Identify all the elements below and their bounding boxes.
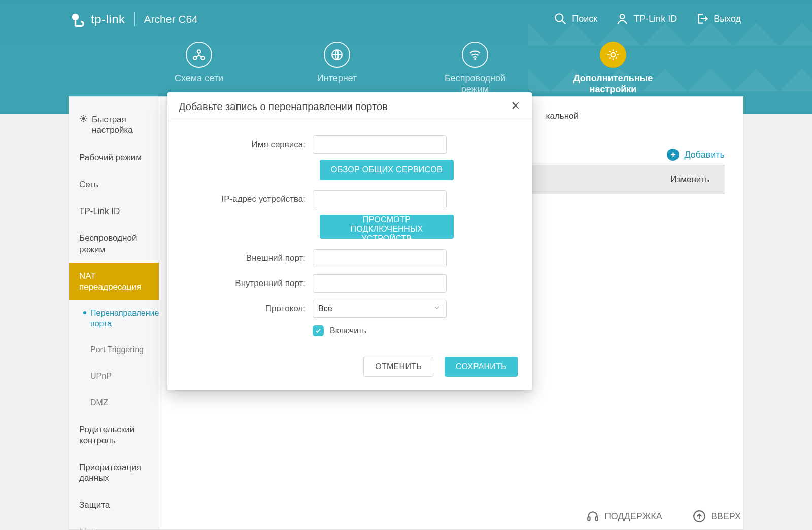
logout-icon — [695, 12, 708, 25]
logout-label: Выход — [714, 14, 741, 24]
input-device-ip[interactable] — [313, 190, 447, 208]
modal-body: Имя сервиса: ОБЗОР ОБЩИХ СЕРВИСОВ IP-адр… — [167, 121, 532, 347]
nav-wireless[interactable]: Беспроводной режим — [434, 42, 516, 95]
nav-label-0: Схема сети — [175, 73, 223, 84]
svg-point-1 — [555, 14, 563, 21]
label-external-port: Внешний порт: — [188, 253, 313, 263]
svg-point-3 — [620, 14, 625, 19]
brand-separator — [134, 12, 135, 26]
save-button[interactable]: СОХРАНИТЬ — [445, 357, 518, 377]
row-protocol: Протокол: Все — [188, 300, 512, 318]
close-icon — [511, 100, 521, 111]
brand-logo: tp-link — [69, 10, 125, 28]
search-icon — [554, 12, 567, 25]
port-forward-modal: Добавьте запись о перенаправлении портов… — [167, 92, 532, 390]
nav-network-map[interactable]: Схема сети — [158, 42, 240, 95]
nav-label-3: Дополнительные настройки — [573, 73, 653, 95]
nav-internet[interactable]: Интернет — [296, 42, 378, 95]
tplink-id-action[interactable]: TP-Link ID — [616, 12, 677, 25]
check-icon — [313, 325, 324, 336]
modal-title: Добавьте запись о перенаправлении портов — [179, 101, 388, 113]
row-enable: Включить — [188, 325, 512, 336]
tplink-id-label: TP-Link ID — [634, 14, 677, 24]
svg-point-8 — [475, 58, 476, 60]
input-service-name[interactable] — [313, 135, 447, 154]
search-action[interactable]: Поиск — [554, 12, 597, 25]
browse-services-button[interactable]: ОБЗОР ОБЩИХ СЕРВИСОВ — [320, 160, 454, 180]
enable-label: Включить — [330, 326, 366, 335]
svg-point-0 — [72, 14, 79, 21]
row-device-ip: IP-адрес устройства: — [188, 190, 512, 208]
enable-checkbox[interactable]: Включить — [313, 325, 447, 336]
top-actions: Поиск TP-Link ID Выход — [554, 12, 741, 25]
select-protocol-value: Все — [318, 304, 332, 313]
chevron-down-icon — [433, 304, 441, 312]
label-internal-port: Внутренний порт: — [188, 278, 313, 289]
view-devices-button[interactable]: ПРОСМОТР ПОДКЛЮЧЕННЫХ УСТРОЙСТВ — [320, 215, 454, 239]
network-map-icon — [192, 48, 206, 61]
input-external-port[interactable] — [313, 249, 447, 267]
globe-icon — [330, 48, 344, 61]
logout-action[interactable]: Выход — [695, 12, 741, 25]
svg-line-2 — [562, 20, 566, 24]
brand-name: tp-link — [91, 12, 125, 26]
modal-close-button[interactable] — [511, 100, 521, 113]
tp-logo-icon — [69, 10, 87, 28]
label-service-name: Имя сервиса: — [188, 139, 313, 150]
cancel-button[interactable]: ОТМЕНИТЬ — [363, 357, 433, 377]
nav-advanced[interactable]: Дополнительные настройки — [572, 42, 654, 95]
row-service-name: Имя сервиса: — [188, 135, 512, 154]
search-label: Поиск — [572, 14, 597, 24]
nav-label-2: Беспроводной режим — [445, 73, 505, 95]
device-model: Archer C64 — [144, 13, 198, 25]
modal-footer: ОТМЕНИТЬ СОХРАНИТЬ — [167, 347, 532, 390]
svg-point-4 — [197, 50, 201, 53]
modal-header: Добавьте запись о перенаправлении портов — [167, 92, 532, 121]
input-internal-port[interactable] — [313, 274, 447, 293]
nav-label-1: Интернет — [317, 73, 357, 84]
row-internal-port: Внутренний порт: — [188, 274, 512, 293]
gear-icon — [606, 48, 620, 61]
brand-row: tp-link Archer C64 — [69, 10, 198, 28]
label-device-ip: IP-адрес устройства: — [188, 194, 313, 204]
main-nav: Схема сети Интернет Беспроводной режим Д… — [158, 42, 654, 95]
select-protocol[interactable]: Все — [313, 300, 447, 318]
label-protocol: Протокол: — [188, 304, 313, 314]
row-external-port: Внешний порт: — [188, 249, 512, 267]
wifi-icon — [468, 48, 482, 61]
user-icon — [616, 12, 629, 25]
svg-point-9 — [611, 53, 616, 57]
